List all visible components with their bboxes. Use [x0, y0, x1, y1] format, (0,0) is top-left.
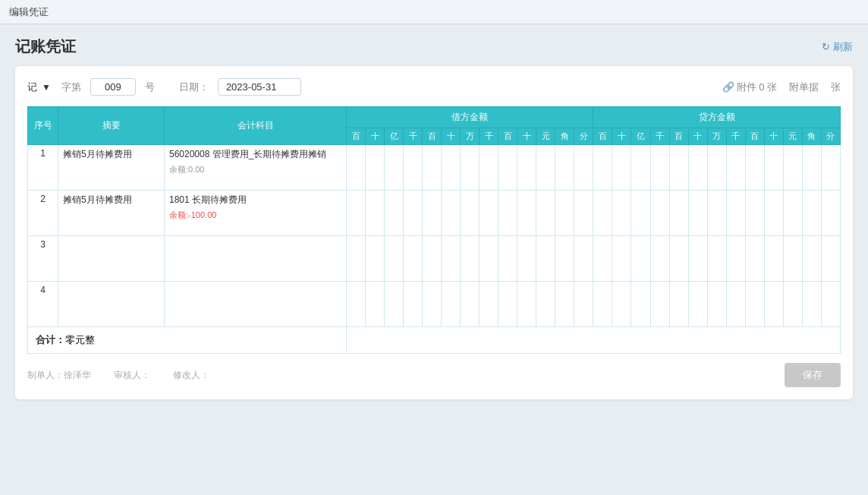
- credit-cell[interactable]: [593, 191, 612, 236]
- row-account[interactable]: 56020008 管理费用_长期待摊费用摊销余额:0.00: [165, 145, 347, 191]
- debit-cell[interactable]: [347, 236, 366, 282]
- credit-cell[interactable]: [821, 191, 840, 236]
- credit-cell[interactable]: [631, 191, 650, 236]
- debit-cell[interactable]: [555, 191, 574, 236]
- debit-cell[interactable]: [461, 236, 480, 282]
- debit-cell[interactable]: [574, 282, 593, 327]
- debit-cell[interactable]: [423, 145, 442, 191]
- debit-cell[interactable]: [498, 282, 517, 327]
- credit-cell[interactable]: [821, 236, 840, 282]
- credit-cell[interactable]: [783, 282, 802, 327]
- credit-cell[interactable]: [650, 191, 669, 236]
- row-summary[interactable]: [58, 282, 165, 327]
- table-scroll-area[interactable]: 序号 摘要 会计科目 借方金额 贷方金额 百十亿千百十万千百十元角分百十亿千百十…: [27, 106, 841, 354]
- debit-cell[interactable]: [574, 236, 593, 282]
- save-button[interactable]: 保存: [785, 363, 841, 387]
- credit-cell[interactable]: [707, 145, 726, 191]
- credit-cell[interactable]: [688, 191, 707, 236]
- credit-cell[interactable]: [612, 145, 631, 191]
- debit-cell[interactable]: [517, 236, 536, 282]
- debit-cell[interactable]: [442, 236, 461, 282]
- row-account[interactable]: [165, 236, 347, 282]
- row-summary[interactable]: 摊销5月待摊费用: [58, 145, 165, 191]
- debit-cell[interactable]: [423, 282, 442, 327]
- debit-cell[interactable]: [517, 191, 536, 236]
- refresh-button[interactable]: ↻ 刷新: [822, 40, 853, 54]
- dan-ju-link[interactable]: 附单据: [789, 80, 819, 94]
- credit-cell[interactable]: [631, 236, 650, 282]
- debit-cell[interactable]: [347, 282, 366, 327]
- credit-cell[interactable]: [688, 145, 707, 191]
- row-summary[interactable]: [58, 236, 165, 282]
- debit-cell[interactable]: [461, 282, 480, 327]
- credit-cell[interactable]: [726, 282, 745, 327]
- credit-cell[interactable]: [726, 236, 745, 282]
- debit-cell[interactable]: [498, 236, 517, 282]
- attachment-link[interactable]: 🔗 附件 0 张: [722, 80, 777, 94]
- debit-cell[interactable]: [385, 145, 404, 191]
- credit-cell[interactable]: [688, 282, 707, 327]
- credit-cell[interactable]: [726, 145, 745, 191]
- credit-cell[interactable]: [745, 191, 764, 236]
- debit-cell[interactable]: [574, 145, 593, 191]
- debit-cell[interactable]: [347, 145, 366, 191]
- debit-cell[interactable]: [574, 191, 593, 236]
- debit-cell[interactable]: [498, 145, 517, 191]
- credit-cell[interactable]: [631, 282, 650, 327]
- credit-cell[interactable]: [707, 282, 726, 327]
- credit-cell[interactable]: [669, 236, 688, 282]
- credit-cell[interactable]: [688, 236, 707, 282]
- credit-cell[interactable]: [802, 145, 821, 191]
- credit-cell[interactable]: [669, 145, 688, 191]
- credit-cell[interactable]: [593, 236, 612, 282]
- debit-cell[interactable]: [536, 191, 555, 236]
- credit-cell[interactable]: [802, 236, 821, 282]
- debit-cell[interactable]: [480, 145, 498, 191]
- debit-cell[interactable]: [385, 236, 404, 282]
- credit-cell[interactable]: [612, 236, 631, 282]
- row-account[interactable]: 1801 长期待摊费用余额:-100.00: [165, 191, 347, 236]
- credit-cell[interactable]: [802, 282, 821, 327]
- credit-cell[interactable]: [745, 282, 764, 327]
- credit-cell[interactable]: [612, 282, 631, 327]
- debit-cell[interactable]: [498, 191, 517, 236]
- debit-cell[interactable]: [442, 191, 461, 236]
- voucher-type-dropdown[interactable]: ▼: [40, 82, 52, 93]
- debit-cell[interactable]: [480, 191, 498, 236]
- credit-cell[interactable]: [783, 191, 802, 236]
- debit-cell[interactable]: [442, 282, 461, 327]
- credit-cell[interactable]: [802, 191, 821, 236]
- debit-cell[interactable]: [555, 145, 574, 191]
- credit-cell[interactable]: [650, 236, 669, 282]
- credit-cell[interactable]: [669, 282, 688, 327]
- date-input[interactable]: [218, 78, 301, 96]
- debit-cell[interactable]: [442, 145, 461, 191]
- debit-cell[interactable]: [423, 191, 442, 236]
- credit-cell[interactable]: [707, 191, 726, 236]
- debit-cell[interactable]: [423, 236, 442, 282]
- credit-cell[interactable]: [821, 282, 840, 327]
- debit-cell[interactable]: [555, 236, 574, 282]
- credit-cell[interactable]: [764, 236, 783, 282]
- debit-cell[interactable]: [536, 282, 555, 327]
- credit-cell[interactable]: [612, 191, 631, 236]
- debit-cell[interactable]: [404, 191, 423, 236]
- credit-cell[interactable]: [726, 191, 745, 236]
- credit-cell[interactable]: [764, 145, 783, 191]
- credit-cell[interactable]: [783, 236, 802, 282]
- credit-cell[interactable]: [707, 236, 726, 282]
- debit-cell[interactable]: [366, 191, 385, 236]
- credit-cell[interactable]: [783, 145, 802, 191]
- debit-cell[interactable]: [517, 282, 536, 327]
- credit-cell[interactable]: [764, 282, 783, 327]
- credit-cell[interactable]: [593, 145, 612, 191]
- credit-cell[interactable]: [593, 282, 612, 327]
- credit-cell[interactable]: [650, 145, 669, 191]
- debit-cell[interactable]: [536, 145, 555, 191]
- debit-cell[interactable]: [461, 191, 480, 236]
- row-summary[interactable]: 摊销5月待摊费用: [58, 191, 165, 236]
- credit-cell[interactable]: [650, 282, 669, 327]
- debit-cell[interactable]: [347, 191, 366, 236]
- debit-cell[interactable]: [366, 282, 385, 327]
- debit-cell[interactable]: [366, 145, 385, 191]
